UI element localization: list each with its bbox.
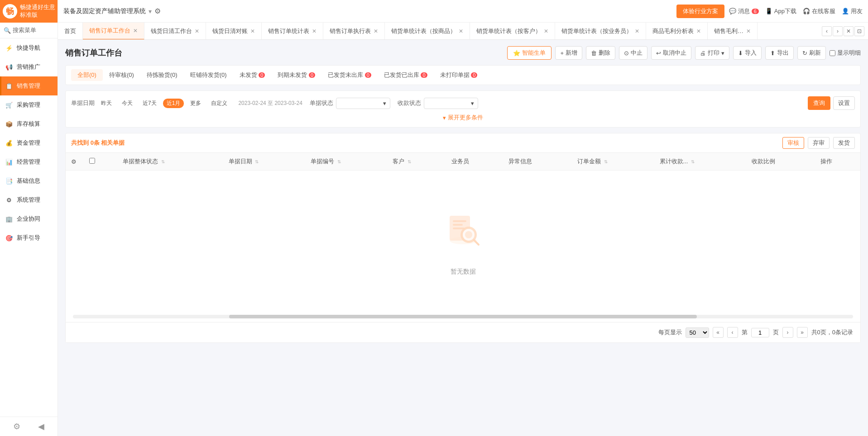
tab-sales-margin[interactable]: 销售毛利… ✕: [708, 23, 758, 40]
sidebar-item-finance[interactable]: 💰 资金管理: [0, 133, 58, 152]
sub-tab-overdue-ship[interactable]: 到期未发货 0: [271, 69, 321, 81]
sidebar-search[interactable]: 🔍 搜索菜单: [0, 23, 58, 38]
sidebar-item-quick-nav[interactable]: ⚡ 快捷导航: [0, 38, 58, 57]
cancel-audit-btn[interactable]: 弃审: [808, 137, 830, 149]
stop-btn[interactable]: ⊙ 中止: [619, 46, 647, 60]
th-customer[interactable]: 客户 ⇅: [387, 153, 446, 171]
tab-close-goods-customer[interactable]: ✕: [544, 28, 548, 34]
tab-close-sales-margin[interactable]: ✕: [746, 28, 751, 34]
tab-scroll-right[interactable]: ›: [833, 26, 843, 36]
tab-sales-exec[interactable]: 销售订单执行表 ✕: [323, 23, 385, 40]
message-btn[interactable]: 💬 消息 6: [729, 7, 759, 15]
app-download-btn[interactable]: 📱 App下载: [765, 7, 796, 15]
th-checkbox-all[interactable]: [84, 153, 117, 171]
tab-money-daily[interactable]: 钱货日清工作台 ✕: [144, 23, 206, 40]
tab-goods-stats-product[interactable]: 销货单统计表（按商品） ✕: [385, 23, 470, 40]
page-next-btn[interactable]: ›: [782, 327, 793, 338]
settings-btn[interactable]: ⚙: [13, 422, 20, 431]
add-btn[interactable]: + 新增: [555, 46, 582, 60]
page-prev-btn[interactable]: ‹: [727, 327, 738, 338]
th-date[interactable]: 单据日期 ⇅: [223, 153, 305, 171]
tab-goods-stats-salesperson[interactable]: 销货单统计表（按业务员） ✕: [555, 23, 646, 40]
sidebar-item-inventory[interactable]: 📦 库存核算: [0, 114, 58, 133]
page-size-select[interactable]: 50 100 200: [686, 327, 709, 338]
online-service-btn[interactable]: 🎧 在线客服: [803, 7, 835, 15]
sub-tab-not-printed[interactable]: 未打印单据 0: [434, 69, 484, 81]
page-last-btn[interactable]: »: [797, 327, 808, 338]
tab-close-gross-margin[interactable]: ✕: [696, 28, 701, 34]
tab-sales-stats[interactable]: 销售订单统计表 ✕: [262, 23, 323, 40]
tab-sales-workbench[interactable]: 销售订单工作台 ✕: [83, 23, 144, 40]
page-first-btn[interactable]: «: [713, 327, 724, 338]
th-amount[interactable]: 订单金额 ⇅: [572, 153, 654, 171]
page-of-label: 页: [773, 328, 779, 336]
horizontal-scrollbar[interactable]: [73, 315, 853, 318]
select-all-checkbox[interactable]: [89, 158, 95, 164]
status-select[interactable]: ▾: [336, 98, 390, 109]
sub-tab-wangpu-ship[interactable]: 旺铺待发货(0): [184, 69, 233, 81]
th-collected[interactable]: 累计收款... ⇅: [654, 153, 746, 171]
payment-select[interactable]: ▾: [424, 98, 478, 109]
sub-tab-shipped-not-out[interactable]: 已发货未出库 0: [321, 69, 378, 81]
sidebar-item-enterprise[interactable]: 🏢 企业协同: [0, 209, 58, 228]
tab-home[interactable]: 首页: [58, 23, 83, 40]
page-input[interactable]: [751, 328, 769, 337]
date-more[interactable]: 更多: [187, 99, 205, 108]
tab-close-sales-exec[interactable]: ✕: [374, 28, 378, 34]
sub-tab-all[interactable]: 全部(0): [71, 69, 103, 81]
tab-scroll-left[interactable]: ‹: [822, 26, 832, 36]
th-salesperson[interactable]: 业务员: [446, 153, 503, 171]
tab-close-goods-product[interactable]: ✕: [459, 28, 463, 34]
th-settings[interactable]: ⚙: [66, 153, 84, 171]
sidebar-item-sales[interactable]: 📋 销售管理: [0, 76, 58, 95]
th-exception[interactable]: 异常信息: [503, 153, 572, 171]
date-today[interactable]: 今天: [118, 99, 136, 108]
date-7days[interactable]: 近7天: [139, 99, 160, 108]
date-yesterday[interactable]: 昨天: [97, 99, 115, 108]
topbar-gear-btn[interactable]: ⚙: [154, 7, 161, 15]
collapse-btn[interactable]: ◀: [38, 422, 44, 431]
tab-reconciliation[interactable]: 钱货日清对账 ✕: [206, 23, 262, 40]
tab-close-sales-workbench[interactable]: ✕: [133, 28, 138, 34]
print-btn[interactable]: 🖨 打印 ▾: [695, 46, 729, 60]
show-detail-checkbox[interactable]: 显示明细: [830, 49, 861, 57]
sub-tab-shipped-out[interactable]: 已发货已出库 0: [378, 69, 434, 81]
export-btn[interactable]: ⬆ 导出: [765, 46, 794, 60]
tab-gross-margin[interactable]: 商品毛利分析表 ✕: [646, 23, 708, 40]
date-custom[interactable]: 自定义: [207, 99, 231, 108]
tab-close-sales-stats[interactable]: ✕: [312, 28, 317, 34]
scrollbar-thumb[interactable]: [229, 315, 697, 318]
refresh-btn[interactable]: ↻ 刷新: [797, 46, 826, 60]
delete-btn[interactable]: 🗑 删除: [586, 46, 615, 60]
sidebar-item-new-guide[interactable]: 🎯 新手引导: [0, 228, 58, 247]
sidebar-item-system[interactable]: ⚙ 系统管理: [0, 190, 58, 209]
industry-btn[interactable]: 体验行业方案: [676, 5, 724, 18]
tab-close-goods-salesperson[interactable]: ✕: [635, 28, 639, 34]
th-number[interactable]: 单据编号 ⇅: [305, 153, 387, 171]
sidebar-item-basic-info[interactable]: 📑 基础信息: [0, 171, 58, 190]
cancel-stop-btn[interactable]: ↩ 取消中止: [651, 46, 691, 60]
sub-tab-pending-audit[interactable]: 待审核(0): [103, 69, 140, 81]
user-btn[interactable]: 👤 用友: [842, 7, 863, 15]
filter-settings-btn[interactable]: 设置: [833, 96, 855, 110]
sidebar-item-purchase[interactable]: 🛒 采购管理: [0, 95, 58, 114]
smart-create-btn[interactable]: ⭐ 智能生单: [507, 46, 551, 60]
show-detail-input[interactable]: [830, 50, 835, 56]
sub-tab-pending-inspect[interactable]: 待拣验货(0): [140, 69, 184, 81]
import-btn[interactable]: ⬇ 导入: [733, 46, 762, 60]
tab-maximize[interactable]: ⊡: [854, 26, 864, 36]
sidebar-item-operations[interactable]: 📊 经营管理: [0, 152, 58, 171]
sidebar-item-marketing[interactable]: 📢 营销推广: [0, 57, 58, 76]
tab-close-reconciliation[interactable]: ✕: [250, 28, 255, 34]
audit-btn[interactable]: 审核: [782, 137, 804, 149]
sub-tab-not-shipped[interactable]: 未发货 0: [233, 69, 272, 81]
date-1month[interactable]: 近1月: [163, 99, 184, 108]
query-btn[interactable]: 查询: [808, 96, 830, 110]
th-status[interactable]: 单据整体状态 ⇅: [117, 153, 223, 171]
expand-filter-btn[interactable]: ▾ 展开更多条件: [443, 114, 483, 122]
ship-btn[interactable]: 发货: [833, 137, 855, 149]
tab-goods-stats-customer[interactable]: 销货单统计表（按客户） ✕: [470, 23, 555, 40]
tab-close-money-daily[interactable]: ✕: [195, 28, 199, 34]
th-ratio[interactable]: 收款比例: [746, 153, 815, 171]
tab-close-all[interactable]: ✕: [844, 26, 854, 36]
